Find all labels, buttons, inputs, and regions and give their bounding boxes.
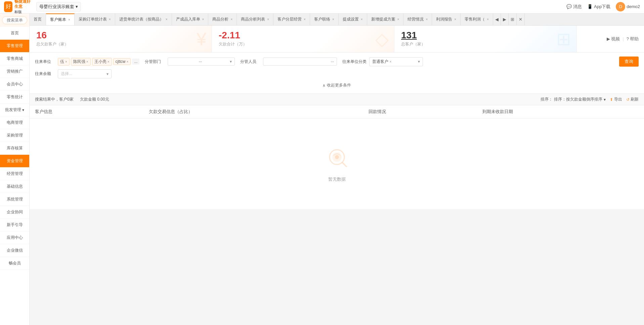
- tab-customer-tier[interactable]: 客户分层经营 ×: [273, 13, 310, 25]
- tab-retail-profit[interactable]: 零售利润（ ×: [461, 13, 493, 25]
- wholesale-label: 批发管理: [5, 107, 21, 113]
- sidebar-item-member-center[interactable]: 会员中心: [0, 78, 29, 91]
- close-icon[interactable]: ×: [166, 17, 168, 21]
- stat-bg-icon-diamond: ◇: [375, 29, 389, 49]
- result-bar-right: 排序： 排序：按欠款金额倒序排序 ▾ ⬆ 导出 ↺ 刷新: [541, 97, 639, 102]
- sidebar-item-home[interactable]: 首页: [0, 27, 29, 40]
- tab-customer-ledger[interactable]: 客户账本 ×: [46, 13, 75, 25]
- sidebar-item-purchase-mgmt[interactable]: 采购管理: [0, 129, 29, 142]
- remove-tag-cjttcw[interactable]: ×: [127, 60, 129, 64]
- close-icon[interactable]: ×: [267, 17, 269, 21]
- sort-value: 排序：按欠款金额倒序排序: [554, 97, 602, 102]
- close-icon[interactable]: ×: [454, 17, 456, 21]
- tab-new-commission[interactable]: 新增提成方案 ×: [367, 13, 404, 25]
- messages-btn[interactable]: 💬 消息: [566, 4, 582, 10]
- close-icon[interactable]: ×: [487, 17, 489, 21]
- tab-home[interactable]: 首页: [30, 13, 46, 25]
- filter-dept-select[interactable]: ··· ▾: [168, 58, 235, 66]
- tab-commission-settings[interactable]: 提成设置 ×: [339, 13, 367, 25]
- sidebar-item-vip[interactable]: 畅会员: [0, 257, 29, 270]
- sidebar-item-retail-mall[interactable]: 零售商城: [0, 52, 29, 65]
- remove-tag-chen[interactable]: ×: [86, 60, 88, 64]
- sidebar-item-sys-mgmt[interactable]: 系统管理: [0, 193, 29, 206]
- remove-tag-wang[interactable]: ×: [108, 60, 110, 64]
- tab-product-analysis[interactable]: 商品分析 ×: [208, 13, 237, 25]
- chevron-down-icon: ▾: [230, 59, 232, 64]
- close-icon[interactable]: ×: [68, 18, 70, 22]
- tab-purchase-order[interactable]: 采购订单统计表 ×: [75, 13, 115, 25]
- user-menu[interactable]: D demo2: [616, 2, 640, 11]
- sidebar-item-app-center[interactable]: 应用中心: [0, 231, 29, 244]
- dropdown-more-icon: ···: [199, 59, 202, 64]
- brand-name: 畅捷通好生意: [14, 0, 34, 9]
- tab-inbound-stats[interactable]: 进货单统计表（按商品） ×: [115, 13, 172, 25]
- close-icon[interactable]: ×: [230, 17, 232, 21]
- filter-more-btn[interactable]: ...: [132, 59, 139, 65]
- logo-area: 好 畅捷通好生意 标版: [4, 0, 34, 14]
- close-icon[interactable]: ×: [202, 17, 204, 21]
- close-icon[interactable]: ×: [304, 17, 306, 21]
- query-button[interactable]: 查询: [619, 57, 639, 67]
- refresh-btn[interactable]: ↺ 刷新: [626, 97, 639, 102]
- sidebar-item-enterprise-coop[interactable]: 企业协同: [0, 206, 29, 219]
- filter-tag-normal: 普通客户 ×: [372, 59, 391, 65]
- collapse-btn[interactable]: ∧ 收起更多条件: [35, 81, 639, 89]
- stat-total-customers-label: 总客户（家）: [401, 41, 425, 47]
- tab-finished-goods[interactable]: 产成品入库单 ×: [172, 13, 209, 25]
- sidebar-item-ops-mgmt[interactable]: 经营管理: [0, 168, 29, 180]
- tab-nav-prev[interactable]: ◀: [493, 13, 501, 25]
- sidebar-item-new-guide[interactable]: 新手引导: [0, 219, 29, 231]
- sidebar-item-inventory[interactable]: 库存核算: [0, 142, 29, 155]
- col-customer-info: 客户信息: [30, 105, 143, 118]
- sidebar-item-marketing[interactable]: 营销推广: [0, 65, 29, 78]
- empty-state-icon: [324, 145, 350, 172]
- filter-unit-type-select[interactable]: 普通客户 × ▾: [369, 57, 423, 66]
- filter-person-select[interactable]: ···: [263, 58, 337, 66]
- sidebar-item-wholesale-mgmt[interactable]: 批发管理 ▾: [0, 104, 29, 116]
- sidebar-item-basic-info[interactable]: 基础信息: [0, 180, 29, 193]
- filter-balance-select[interactable]: 选择... ▾: [58, 69, 112, 78]
- svg-line-2: [342, 162, 346, 167]
- divider: |: [622, 36, 624, 41]
- tab-nav-next[interactable]: ▶: [501, 13, 509, 25]
- sidebar: 首页 零售管理 零售商城 营销推广 会员中心 零售统计 批发管理 ▾ 电商管理 …: [0, 13, 30, 325]
- sort-label: 排序：: [541, 97, 553, 102]
- export-btn[interactable]: ⬆ 导出: [610, 97, 622, 102]
- video-help-btn[interactable]: ▶ 视频: [607, 36, 620, 42]
- remove-tag-wu[interactable]: ×: [65, 60, 67, 64]
- search-input[interactable]: [2, 16, 27, 24]
- tab-ops-status[interactable]: 经营情况 ×: [403, 13, 432, 25]
- system-selector[interactable]: 母婴行业演示账套 ▾: [36, 2, 81, 11]
- tab-profit-report[interactable]: 利润报告 ×: [432, 13, 461, 25]
- close-icon[interactable]: ×: [109, 17, 111, 21]
- close-icon[interactable]: ×: [332, 17, 334, 21]
- sidebar-item-funds-mgmt[interactable]: 资金管理: [0, 155, 29, 168]
- sidebar-item-ecommerce-mgmt[interactable]: 电商管理: [0, 116, 29, 129]
- tab-customer-contact[interactable]: 客户联络 ×: [310, 13, 339, 25]
- close-icon[interactable]: ×: [426, 17, 428, 21]
- tab-product-analysis-list[interactable]: 商品分析列表 ×: [237, 13, 273, 25]
- tab-expand-btn[interactable]: ⊞: [509, 13, 517, 25]
- sidebar-item-retail-stats[interactable]: 零售统计: [0, 91, 29, 104]
- chevron-down-icon: ▾: [106, 72, 109, 76]
- help-btn[interactable]: ? 帮助: [627, 36, 639, 42]
- sort-select[interactable]: 排序： 排序：按欠款金额倒序排序 ▾: [541, 97, 606, 102]
- stats-row: ¥ 16 总欠款客户（家） ◇ -2.11 欠款合计（万） ⊞: [30, 26, 644, 52]
- close-icon[interactable]: ×: [361, 17, 363, 21]
- tab-retail-profit-label: 零售利润（: [465, 16, 485, 22]
- filter-balance-label: 往来余额: [35, 71, 55, 77]
- tab-commission-settings-label: 提成设置: [343, 16, 359, 22]
- remove-tag-normal[interactable]: ×: [389, 60, 391, 64]
- tab-close-all-btn[interactable]: ✕: [517, 13, 525, 25]
- stat-overdue-text: 16 总欠款客户（家）: [36, 31, 69, 47]
- tab-customer-ledger-label: 客户账本: [50, 17, 66, 23]
- dropdown-more-icon-2: ···: [331, 59, 334, 64]
- export-icon: ⬆: [610, 97, 613, 102]
- content-area: 首页 客户账本 × 采购订单统计表 × 进货单统计表（按商品） × 产成品入库单…: [30, 13, 644, 325]
- result-bar: 搜索结果中，客户0家 欠款金额 0.00元 排序： 排序：按欠款金额倒序排序 ▾…: [30, 94, 644, 105]
- sidebar-item-retail-mgmt[interactable]: 零售管理: [0, 40, 29, 52]
- close-icon[interactable]: ×: [397, 17, 399, 21]
- sidebar-item-enterprise-wechat[interactable]: 企业微信: [0, 244, 29, 257]
- stat-bg-icon-yuan: ¥: [197, 29, 206, 49]
- app-download-btn[interactable]: 📱 App下载: [587, 4, 610, 10]
